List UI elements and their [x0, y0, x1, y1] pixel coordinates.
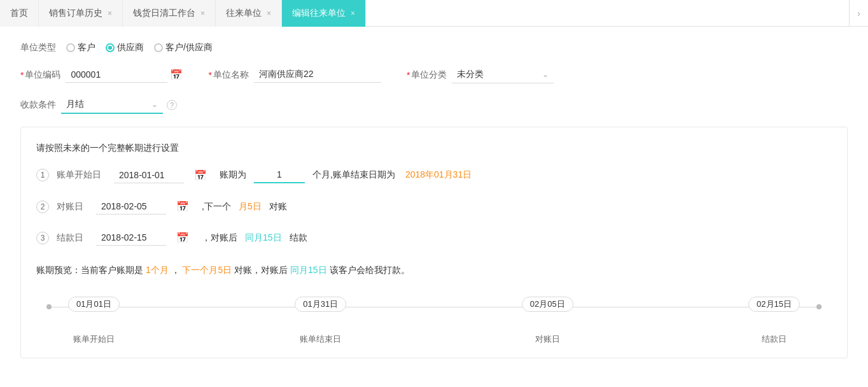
- tab-home[interactable]: 首页: [0, 0, 39, 27]
- row1-highlight-date: 2018年01月31日: [405, 169, 472, 181]
- row1-period-input[interactable]: [254, 167, 305, 183]
- row2-suffix: 对账: [269, 201, 287, 213]
- row1-date-input[interactable]: [114, 167, 184, 183]
- unit-name-group: * 单位名称: [208, 67, 381, 83]
- node1-date: 01月01日: [68, 297, 120, 312]
- radio-customer-circle: [66, 43, 75, 52]
- tab-edit-close[interactable]: ×: [351, 9, 355, 18]
- unit-category-arrow: ⌄: [542, 70, 549, 79]
- tab-counterpart[interactable]: 往来单位 ×: [216, 0, 282, 27]
- unit-category-label: 单位分类: [411, 69, 447, 81]
- unit-name-star: *: [208, 70, 211, 80]
- unit-type-radio-group: 客户 供应商 客户/供应商: [66, 42, 213, 53]
- tab-sales-order-history[interactable]: 销售订单历史 ×: [39, 0, 123, 27]
- unit-code-icon[interactable]: 📅: [170, 69, 183, 81]
- setting-row-1: 1 账单开始日 📅 账期为 个月,账单结束日期为 2018年01月31日: [36, 167, 832, 183]
- radio-supplier-label: 供应商: [117, 42, 144, 53]
- tab-sales-close[interactable]: ×: [108, 9, 112, 18]
- tab-cash-label: 钱货日清工作台: [133, 8, 195, 19]
- radio-both-label: 客户/供应商: [165, 42, 213, 53]
- node2-date: 01月31日: [295, 297, 346, 312]
- node1-label: 账单开始日: [73, 334, 115, 345]
- setting-row-2: 2 对账日 📅 ,下一个月5日 对账: [36, 199, 832, 215]
- payment-terms-label: 收款条件: [20, 99, 56, 111]
- row2-prefix: ,下一个: [202, 201, 231, 213]
- row1-suffix: 个月,账单结束日期为: [312, 169, 395, 181]
- row-num-3: 3: [36, 232, 49, 244]
- row-num-2: 2: [36, 201, 49, 213]
- tab-more-arrow[interactable]: ›: [849, 0, 868, 27]
- unit-category-group: * 单位分类 未分类 ⌄: [407, 66, 554, 83]
- unit-code-label: 单位编码: [25, 69, 60, 81]
- radio-both-circle: [154, 43, 163, 52]
- radio-customer[interactable]: 客户: [66, 42, 95, 53]
- unit-code-star: *: [20, 70, 24, 80]
- payment-terms-row: 收款条件 月结 ⌄ ?: [20, 96, 848, 114]
- setting-row-3: 3 结款日 📅 ，对账后 同月15日 结款: [36, 230, 832, 246]
- preview-section: 账期预览：当前客户账期是 1个月 ， 下一个月5日 对账，对账后 同月15日 该…: [36, 261, 832, 279]
- card-instruction: 请按照未来的一个完整帐期进行设置: [36, 143, 832, 154]
- unit-category-star: *: [407, 70, 410, 80]
- radio-supplier-circle: [106, 43, 115, 52]
- node4-label: 结款日: [762, 334, 787, 345]
- row1-prefix: 账期为: [220, 169, 246, 181]
- tab-cash-ledger[interactable]: 钱货日清工作台 ×: [123, 0, 216, 27]
- tabs-bar: 首页 销售订单历史 × 钱货日清工作台 × 往来单位 × 编辑往来单位 × ›: [0, 0, 868, 27]
- timeline-node-3: 02月05日 对账日: [522, 297, 573, 345]
- node3-label: 对账日: [535, 334, 560, 345]
- row-num-1: 1: [36, 169, 49, 181]
- row3-label: 结款日: [57, 232, 83, 244]
- row3-suffix: 结款: [290, 232, 307, 244]
- preview-prefix: 账期预览：当前客户账期是: [36, 265, 146, 275]
- preview-mid2: 对账，对账后: [234, 265, 290, 275]
- payment-terms-help[interactable]: ?: [167, 100, 177, 110]
- timeline-node-2: 01月31日 账单结束日: [295, 297, 346, 345]
- row3-date-input[interactable]: [96, 230, 166, 246]
- row2-date-input[interactable]: [96, 199, 166, 215]
- timeline-node-1: 01月01日 账单开始日: [68, 297, 120, 345]
- tab-home-label: 首页: [10, 8, 28, 19]
- row3-prefix: ，对账后: [202, 232, 237, 244]
- unit-category-dropdown[interactable]: 未分类 ⌄: [452, 66, 554, 83]
- tab-edit-label: 编辑往来单位: [292, 8, 346, 19]
- unit-name-input[interactable]: [254, 67, 381, 83]
- unit-code-input[interactable]: [66, 67, 167, 83]
- card-section: 请按照未来的一个完整帐期进行设置 1 账单开始日 📅 账期为 个月,账单结束日期…: [20, 127, 848, 358]
- tab-sales-label: 销售订单历史: [49, 8, 102, 19]
- preview-part1: 1个月: [146, 265, 169, 275]
- row3-calendar[interactable]: 📅: [176, 232, 189, 244]
- preview-part2: 下一个月5日: [182, 265, 232, 275]
- tab-counterpart-close[interactable]: ×: [267, 9, 271, 18]
- unit-category-value: 未分类: [457, 69, 538, 80]
- unit-code-group: * 单位编码 📅: [20, 67, 183, 83]
- radio-customer-label: 客户: [78, 42, 95, 53]
- page-content: 单位类型 客户 供应商 客户/供应商 * 单位编码 📅 * 单位名称: [0, 27, 868, 387]
- tab-edit-counterpart[interactable]: 编辑往来单位 ×: [282, 0, 366, 27]
- tab-cash-close[interactable]: ×: [200, 9, 205, 18]
- payment-terms-arrow: ⌄: [151, 100, 158, 109]
- row2-label: 对账日: [57, 201, 83, 213]
- row1-calendar[interactable]: 📅: [194, 169, 207, 181]
- payment-terms-value: 月结: [66, 99, 148, 110]
- row1-label: 账单开始日: [57, 169, 101, 181]
- unit-type-label: 单位类型: [20, 42, 56, 53]
- radio-supplier[interactable]: 供应商: [106, 42, 144, 53]
- node4-date: 02月15日: [748, 297, 800, 312]
- row2-highlight: 月5日: [239, 201, 262, 213]
- unit-info-row: * 单位编码 📅 * 单位名称 * 单位分类 未分类 ⌄: [20, 66, 848, 83]
- preview-part3: 同月15日: [290, 265, 327, 275]
- tab-counterpart-label: 往来单位: [226, 8, 262, 19]
- row2-calendar[interactable]: 📅: [176, 201, 189, 213]
- row3-highlight: 同月15日: [245, 232, 282, 244]
- timeline-nodes: 01月01日 账单开始日 01月31日 账单结束日 02月05日 对账日 02月…: [49, 297, 819, 345]
- radio-both[interactable]: 客户/供应商: [154, 42, 213, 53]
- unit-name-label: 单位名称: [213, 69, 249, 81]
- payment-terms-dropdown[interactable]: 月结 ⌄: [61, 96, 163, 114]
- node3-date: 02月05日: [522, 297, 573, 312]
- node2-label: 账单结束日: [300, 334, 341, 345]
- preview-suffix: 该客户会给我打款。: [330, 265, 410, 275]
- timeline-node-4: 02月15日 结款日: [748, 297, 800, 345]
- timeline-wrapper: 01月01日 账单开始日 01月31日 账单结束日 02月05日 对账日 02月…: [36, 284, 832, 345]
- preview-mid1: ，: [171, 265, 180, 275]
- unit-type-row: 单位类型 客户 供应商 客户/供应商: [20, 42, 848, 53]
